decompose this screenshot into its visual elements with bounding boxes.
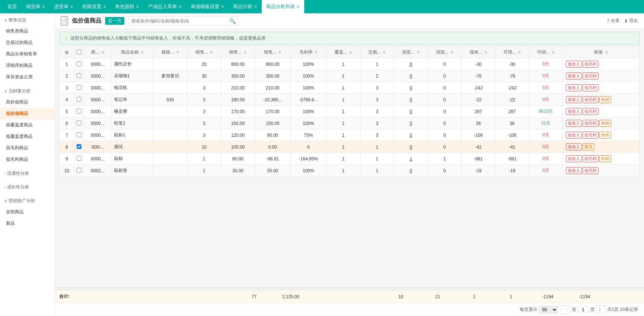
nav-goods-list[interactable]: 商品分析列表 ✕ — [262, 0, 304, 13]
sidebar-section-finance-title[interactable]: ∨ 员财案分析 — [0, 86, 54, 96]
browse-link[interactable]: 0 — [410, 121, 412, 126]
col-tags[interactable]: 标签 ⇅ — [563, 47, 639, 58]
col-available[interactable]: 可用... ⇅ — [495, 47, 529, 58]
sidebar-item-low-coverage[interactable]: 低覆盖度商品 — [0, 131, 54, 142]
row-checkbox[interactable] — [77, 61, 81, 66]
next-page-btn[interactable]: 〉 — [596, 305, 606, 314]
select-all-checkbox[interactable] — [77, 50, 81, 54]
row-checkbox[interactable] — [77, 85, 81, 90]
tag-badge[interactable]: 热销 — [599, 132, 611, 139]
browse-link[interactable]: 0 — [410, 74, 412, 79]
tag-badge[interactable]: 热销 — [599, 120, 611, 127]
tag-badge[interactable]: 低毛利 — [583, 120, 598, 127]
col-sales-avg[interactable]: 销售... ⇅ — [255, 47, 290, 58]
tag-badge[interactable]: 低收入 — [566, 167, 582, 174]
sidebar-item-high-margin[interactable]: 高毛利商品 — [0, 142, 54, 154]
nav-close-purchase[interactable]: ✕ — [70, 4, 73, 9]
nav-close-goods-list[interactable]: ✕ — [296, 4, 300, 9]
per-page-select[interactable]: 50 100 200 — [539, 306, 558, 314]
col-transaction[interactable]: 交易... ⇅ — [360, 47, 394, 58]
nav-close-template[interactable]: ✕ — [221, 4, 224, 9]
row-checkbox[interactable] — [77, 73, 81, 78]
browse-link[interactable]: 0 — [410, 133, 412, 138]
filter-tag-month[interactable]: 近一月 — [105, 17, 124, 25]
nav-product-entry[interactable]: 产成品入库单 ✕ — [144, 0, 186, 13]
col-settings[interactable]: ⚙ — [60, 47, 74, 58]
browse-link[interactable]: 0 — [410, 97, 412, 102]
sidebar-item-slow-goods[interactable]: 滞销序的商品 — [0, 60, 54, 71]
tag-badge[interactable]: 低毛利 — [583, 132, 598, 139]
tag-badge[interactable]: 低毛利 — [583, 155, 598, 162]
row-checkbox[interactable] — [77, 109, 81, 113]
horizontal-scrollbar[interactable] — [55, 288, 644, 290]
nav-template[interactable]: 单据模板设置 ✕ — [186, 0, 229, 13]
col-current-stock[interactable]: 现有... ⇅ — [462, 47, 495, 58]
col-name[interactable]: 商品名称 ⇅ — [111, 47, 153, 58]
col-spec[interactable]: 规格... ⇅ — [153, 47, 187, 58]
sidebar-item-high-coverage[interactable]: 高覆盖度商品 — [0, 119, 54, 131]
col-code[interactable]: 商... ⇅ — [84, 47, 111, 58]
tag-badge[interactable]: 低毛利 — [583, 108, 598, 115]
col-sales-income[interactable]: 销售... ⇅ — [221, 47, 255, 58]
browse-link[interactable]: 0 — [410, 62, 412, 67]
nav-close-permission[interactable]: ✕ — [103, 4, 106, 9]
nav-purchase-order[interactable]: 进货单 ✕ — [50, 0, 78, 13]
row-checkbox[interactable] — [77, 120, 81, 125]
sidebar-item-all-goods[interactable]: 全部商品 — [0, 206, 54, 218]
row-checkbox[interactable] — [77, 156, 81, 161]
tag-badge[interactable]: 低收入 — [566, 96, 582, 103]
row-checkbox[interactable] — [77, 168, 81, 173]
tag-badge[interactable]: 低毛利 — [583, 72, 598, 79]
tag-badge[interactable]: 低收入 — [566, 61, 582, 68]
search-icon[interactable]: 🔍 — [229, 18, 236, 24]
tag-badge[interactable]: 重置 — [583, 143, 594, 150]
nav-close-role[interactable]: ✕ — [136, 4, 139, 9]
tag-badge[interactable]: 低收入 — [566, 72, 582, 79]
browse-link[interactable]: 0 — [410, 145, 412, 150]
export-button[interactable]: ⬇ 导出 — [624, 18, 638, 24]
sidebar-item-category-rate[interactable]: 商品分类销售率 — [0, 48, 54, 60]
nav-goods-analysis[interactable]: 商品分析 ✕ — [229, 0, 262, 13]
tag-badge[interactable]: 低收入 — [566, 120, 582, 127]
tag-badge[interactable]: 低收入 — [566, 108, 582, 115]
table-area[interactable]: ⚙ 商... ⇅ 商品名称 ⇅ 规格... ⇅ 销售... ⇅ 销售... ⇅ … — [55, 46, 644, 287]
sidebar-item-low-value[interactable]: 低价值商品 — [0, 108, 54, 119]
sidebar-section-marketing-title[interactable]: ∨ 营销推广分析 — [0, 196, 54, 206]
sidebar-item-traded-goods[interactable]: 交易过的商品 — [0, 37, 54, 48]
nav-home[interactable]: 首页 — [3, 0, 21, 13]
tag-badge[interactable]: 低收入 — [566, 84, 582, 91]
tag-badge[interactable]: 低毛利 — [583, 96, 598, 103]
col-browse2[interactable]: 浏览... ⇅ — [428, 47, 462, 58]
tag-badge[interactable]: 低毛利 — [583, 61, 598, 68]
share-button[interactable]: ⤴ 分享 — [607, 18, 620, 24]
browse-link[interactable]: 0 — [410, 109, 412, 114]
col-coverage[interactable]: 覆盖... ⇅ — [326, 47, 360, 58]
nav-permission[interactable]: 权限设置 ✕ — [78, 0, 111, 13]
sidebar-section-overview-title[interactable]: ∨ 整体信息 — [0, 15, 54, 26]
tag-badge[interactable]: 低毛利 — [583, 84, 598, 91]
row-checkbox[interactable] — [77, 132, 81, 137]
sidebar-section-growth-title[interactable]: › 成长性分析 — [0, 182, 54, 193]
prev-page-btn[interactable]: 〈 — [561, 305, 570, 314]
nav-close-goods[interactable]: ✕ — [254, 4, 257, 9]
col-gross-margin[interactable]: 毛利率 ⇅ — [291, 47, 326, 58]
sidebar-section-flow-title[interactable]: › 流通性分析 — [0, 168, 54, 179]
row-checkbox[interactable] — [77, 144, 81, 149]
row-checkbox[interactable] — [77, 97, 81, 102]
sidebar-item-new-goods[interactable]: 新品 — [0, 218, 54, 229]
sidebar-item-high-value[interactable]: 高价值商品 — [0, 96, 54, 108]
sidebar-item-sales-goods[interactable]: 销售类商品 — [0, 26, 54, 37]
col-sales-qty[interactable]: 销售... ⇅ — [187, 47, 221, 58]
sidebar-item-low-margin[interactable]: 低毛利商品 — [0, 154, 54, 165]
tag-badge[interactable]: 热销 — [599, 96, 611, 103]
tag-badge[interactable]: 低收入 — [566, 132, 582, 139]
nav-close-product[interactable]: ✕ — [178, 4, 182, 9]
browse-link[interactable]: 0 — [410, 85, 412, 91]
nav-sales-order[interactable]: 销货单 ✕ — [21, 0, 50, 13]
tag-badge[interactable]: 低毛利 — [583, 167, 598, 174]
col-browse1[interactable]: 浏览... ⇅ — [394, 47, 427, 58]
nav-role[interactable]: 角色授权 ✕ — [111, 0, 144, 13]
collapse-sidebar-btn[interactable]: 《 — [61, 16, 68, 26]
nav-close-sales[interactable]: ✕ — [42, 4, 45, 9]
search-input[interactable] — [131, 18, 229, 24]
